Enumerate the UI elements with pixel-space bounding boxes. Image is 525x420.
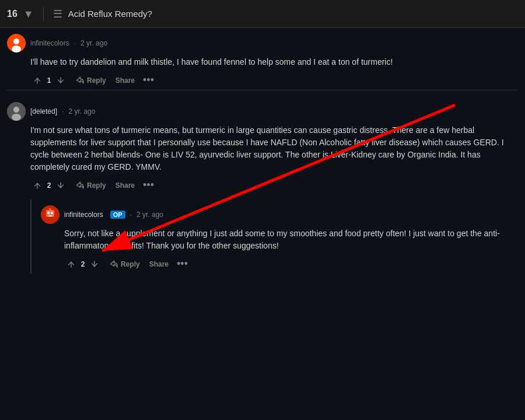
comment-1-vote-count: 1: [47, 76, 51, 85]
comment-3-reply-button[interactable]: Reply: [106, 257, 144, 271]
comment-3-vote-count: 2: [80, 260, 85, 268]
avatar-3: [41, 205, 60, 224]
comment-1: infinitecolors · 2 yr. ago I'll have to …: [7, 28, 518, 90]
comments-area: infinitecolors · 2 yr. ago I'll have to …: [0, 28, 525, 276]
comment-3-header: infinitecolors OP · 2 yr. ago: [41, 205, 518, 224]
comment-3-vote-group: 2: [64, 257, 102, 271]
svg-point-7: [12, 114, 21, 121]
comment-1-time: 2 yr. ago: [80, 39, 107, 47]
comment-1-more-button[interactable]: •••: [141, 73, 156, 88]
comment-2-share-button[interactable]: Share: [112, 179, 138, 192]
comment-2-body: I'm not sure what tons of turmeric means…: [30, 124, 518, 173]
top-bar-divider: [43, 7, 44, 21]
comment-3: infinitecolors OP · 2 yr. ago Sorry, not…: [41, 200, 518, 274]
comment-1-upvote-button[interactable]: [30, 74, 44, 88]
comment-3-nested: infinitecolors OP · 2 yr. ago Sorry, not…: [30, 200, 518, 274]
comment-2-username: [deleted]: [30, 107, 57, 116]
top-bar: 16 ▼ ☰ Acid Reflux Remedy?: [0, 0, 525, 28]
comment-3-body: Sorry, not like a supplement or anything…: [64, 228, 518, 252]
svg-rect-14: [48, 215, 52, 216]
comment-2-time: 2 yr. ago: [68, 107, 95, 116]
svg-point-6: [13, 107, 19, 113]
comment-3-downvote-button[interactable]: [88, 257, 102, 271]
comment-2-vote-group: 2: [30, 178, 68, 192]
comment-1-vote-group: 1: [30, 74, 68, 88]
post-downvote-button[interactable]: ▼: [23, 9, 34, 19]
avatar-2: [7, 102, 26, 121]
comment-1-downvote-button[interactable]: [54, 74, 68, 88]
comment-2-more-button[interactable]: •••: [141, 178, 156, 192]
comment-1-username: infinitecolors: [30, 39, 69, 47]
comment-2-reply-button[interactable]: Reply: [72, 178, 110, 192]
svg-point-1: [13, 38, 19, 44]
avatar-1: [7, 34, 26, 52]
comment-1-reply-button[interactable]: Reply: [72, 74, 110, 87]
comment-2-vote-count: 2: [47, 181, 51, 190]
comment-3-more-button[interactable]: •••: [174, 257, 190, 271]
comment-1-share-button[interactable]: Share: [112, 74, 138, 87]
comment-1-header: infinitecolors · 2 yr. ago: [7, 34, 518, 52]
svg-point-2: [12, 46, 21, 52]
comment-3-username: infinitecolors: [64, 211, 103, 219]
comment-3-actions: 2 Reply Share: [64, 257, 518, 271]
post-title: Acid Reflux Remedy?: [68, 9, 152, 19]
comment-1-body: I'll have to try dandelion and milk this…: [30, 56, 518, 68]
svg-rect-13: [51, 212, 53, 214]
svg-rect-12: [47, 212, 50, 214]
comment-1-actions: 1 Reply Share •••: [30, 73, 518, 88]
svg-rect-15: [49, 208, 51, 211]
comment-3-time: 2 yr. ago: [136, 211, 163, 219]
comment-2: [deleted] · 2 yr. ago I'm not sure what …: [7, 96, 518, 276]
comment-2-actions: 2 Reply Share •••: [30, 178, 518, 192]
comment-2-downvote-button[interactable]: [54, 178, 68, 192]
post-vote-score: 16: [7, 9, 18, 19]
comment-3-share-button[interactable]: Share: [146, 258, 172, 271]
comment-3-op-badge: OP: [110, 211, 125, 219]
comment-3-upvote-button[interactable]: [64, 257, 78, 271]
comment-2-upvote-button[interactable]: [30, 178, 44, 192]
post-menu-icon: ☰: [53, 8, 62, 20]
comment-2-header: [deleted] · 2 yr. ago: [7, 102, 518, 121]
